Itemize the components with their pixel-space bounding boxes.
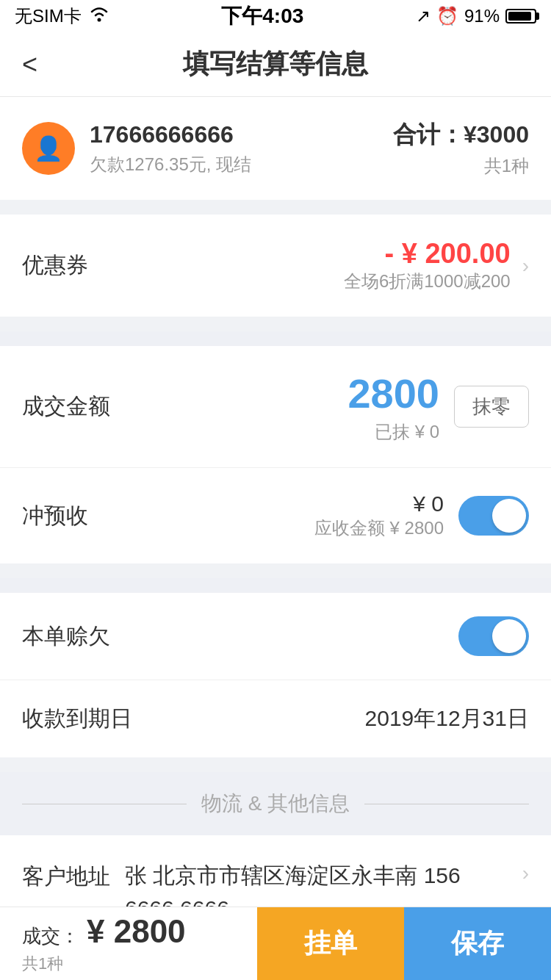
total-amount: 合计：¥3000 — [393, 119, 529, 151]
customer-total: 合计：¥3000 共1种 — [393, 119, 529, 178]
bottom-deal-label: 成交： — [22, 923, 79, 949]
divider-1 — [0, 331, 551, 346]
divider-2 — [0, 578, 551, 593]
total-count: 共1种 — [393, 154, 529, 178]
due-date-value: 2019年12月31日 — [365, 704, 529, 734]
wifi-icon — [89, 6, 109, 26]
logistics-header: 物流 & 其他信息 — [0, 772, 551, 835]
coupon-amount: - ¥ 200.00 — [344, 238, 511, 270]
back-button[interactable]: < — [22, 49, 66, 80]
coupon-desc: 全场6折满1000减200 — [344, 270, 511, 293]
prepaid-toggle[interactable] — [458, 496, 529, 536]
customer-debt: 欠款1276.35元, 现结 — [90, 153, 251, 176]
page-title: 填写结算等信息 — [66, 46, 485, 82]
pending-button[interactable]: 挂单 — [257, 907, 404, 981]
due-date-label: 收款到期日 — [22, 704, 132, 734]
round-zero-button[interactable]: 抹零 — [454, 386, 529, 428]
location-icon: ↗ — [416, 6, 431, 26]
prepaid-row: 冲预收 ¥ 0 应收金额 ¥ 2800 — [0, 468, 551, 563]
bottom-bar: 成交： ¥ 2800 共1种 挂单 保存 — [0, 907, 551, 980]
deal-amount-label: 成交金额 — [22, 392, 110, 422]
battery-icon — [505, 9, 536, 24]
avatar-icon: 👤 — [34, 134, 63, 162]
status-time: 下午4:03 — [221, 2, 303, 30]
address-chevron-icon: › — [522, 859, 529, 885]
battery-percent: 91% — [464, 6, 500, 26]
sim-label: 无SIM卡 — [15, 4, 82, 28]
status-bar: 无SIM卡 下午4:03 ↗ ⏰ 91% — [0, 0, 551, 32]
status-left: 无SIM卡 — [15, 4, 109, 28]
deal-amount-row: 成交金额 2800 已抹 ¥ 0 抹零 — [0, 346, 551, 468]
bottom-deal-amount: ¥ 2800 — [87, 913, 186, 950]
svg-point-0 — [97, 18, 101, 22]
deal-amount-value: 2800 — [347, 370, 439, 417]
logistics-label: 物流 & 其他信息 — [201, 790, 350, 818]
credit-toggle[interactable] — [458, 616, 529, 656]
customer-card: 👤 17666666666 欠款1276.35元, 现结 合计：¥3000 共1… — [0, 97, 551, 200]
credit-section: 本单赊欠 收款到期日 2019年12月31日 — [0, 593, 551, 757]
bottom-count: 共1种 — [22, 953, 235, 975]
credit-row: 本单赊欠 — [0, 593, 551, 680]
prepaid-label: 冲预收 — [22, 501, 88, 531]
prepaid-value: ¥ 0 — [314, 491, 444, 516]
customer-info: 17666666666 欠款1276.35元, 现结 — [90, 121, 251, 176]
nav-bar: < 填写结算等信息 — [0, 32, 551, 97]
coupon-label: 优惠券 — [22, 251, 88, 281]
coupon-row[interactable]: 优惠券 - ¥ 200.00 全场6折满1000减200 › — [0, 215, 551, 317]
alarm-icon: ⏰ — [436, 6, 458, 26]
chevron-right-icon: › — [522, 254, 529, 278]
address-label: 客户地址 — [22, 859, 110, 892]
deal-section: 成交金额 2800 已抹 ¥ 0 抹零 冲预收 ¥ 0 应收金额 ¥ 2800 — [0, 346, 551, 563]
customer-phone: 17666666666 — [90, 121, 251, 148]
coupon-section: 优惠券 - ¥ 200.00 全场6折满1000减200 › — [0, 215, 551, 317]
bottom-summary: 成交： ¥ 2800 共1种 — [0, 913, 257, 975]
credit-label: 本单赊欠 — [22, 621, 110, 652]
avatar: 👤 — [22, 122, 75, 175]
due-date-row: 收款到期日 2019年12月31日 — [0, 680, 551, 757]
save-button[interactable]: 保存 — [404, 907, 551, 981]
prepaid-sub: 应收金额 ¥ 2800 — [314, 516, 444, 540]
status-right: ↗ ⏰ 91% — [416, 6, 536, 26]
deal-amount-sub: 已抹 ¥ 0 — [347, 420, 439, 444]
